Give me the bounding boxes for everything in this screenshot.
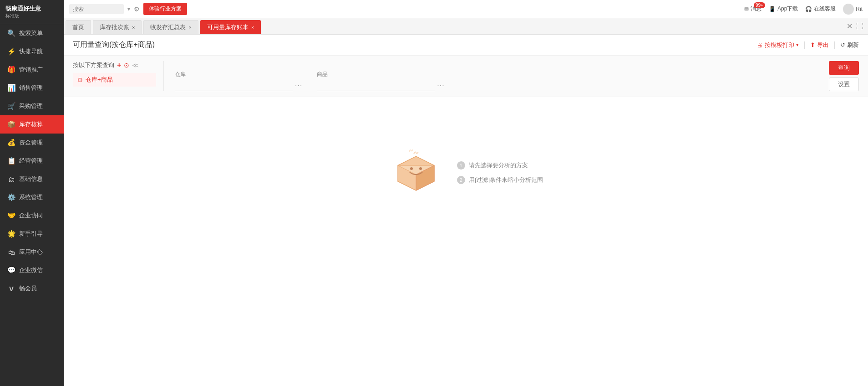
empty-illustration: [389, 143, 443, 202]
filter-header: 按以下方案查询 + ⊙ ≪: [73, 61, 156, 69]
avatar: [843, 4, 854, 15]
add-scheme-icon[interactable]: +: [117, 61, 121, 69]
trial-button[interactable]: 体验行业方案: [143, 3, 187, 15]
sidebar-item-operations[interactable]: 📋 经营管理: [0, 152, 64, 170]
product-field: 商品 ···: [317, 71, 444, 91]
tip-2-text: 用[过滤]条件来缩小分析范围: [469, 176, 543, 184]
sidebar-item-enterprise[interactable]: 🤝 企业协同: [0, 206, 64, 225]
sidebar-item-search[interactable]: 🔍 搜索菜单: [0, 24, 64, 42]
chart-icon: 📊: [7, 84, 15, 92]
sidebar-item-label: 企业协同: [19, 211, 43, 220]
sidebar-item-purchase[interactable]: 🛒 采购管理: [0, 97, 64, 115]
app-download-label: App下载: [777, 5, 798, 13]
sidebar-item-label: 采购管理: [19, 102, 43, 110]
shop-icon: 🛍: [7, 248, 15, 256]
user-name: Rit: [856, 6, 863, 12]
close-window-icon[interactable]: ✕: [847, 22, 853, 31]
collapse-icon[interactable]: ≪: [132, 62, 139, 69]
phone-icon: 📱: [769, 6, 776, 12]
sidebar-item-finance[interactable]: 💰 资金管理: [0, 134, 64, 152]
sidebar-item-label: 库存核算: [19, 120, 43, 129]
refresh-button[interactable]: ↺ 刷新: [840, 41, 859, 49]
warehouse-input[interactable]: [175, 80, 293, 91]
svg-point-3: [410, 167, 413, 170]
handshake-icon: 🤝: [7, 211, 15, 220]
user-menu[interactable]: Rit: [843, 4, 863, 15]
sidebar-item-label: 应用中心: [19, 248, 43, 256]
sidebar-item-label: 畅会员: [19, 284, 37, 293]
tab-home[interactable]: 首页: [66, 20, 91, 34]
page-actions: 🖨 按模板打印 ▾ ⬆ 导出 ↺ 刷新: [757, 41, 859, 49]
cart-icon: 🛒: [7, 102, 15, 110]
messages-badge: 99+: [754, 2, 765, 8]
refresh-label: 刷新: [847, 41, 859, 49]
tabs-end: ✕ ⛶: [842, 22, 868, 31]
app-download-button[interactable]: 📱 App下载: [769, 5, 798, 13]
column-settings-button[interactable]: 设置: [829, 77, 859, 91]
sidebar-item-sales[interactable]: 📊 销售管理: [0, 79, 64, 97]
tip-1: 1 请先选择要分析的方案: [457, 161, 543, 170]
sidebar: 畅康通好生意 标准版 🔍 搜索菜单 ⚡ 快捷导航 🎁 营销推广 📊 销售管理 🛒…: [0, 0, 64, 386]
export-label: 导出: [817, 41, 829, 49]
tab-inventory-batch-label: 库存批次账: [100, 23, 129, 31]
query-button[interactable]: 查询: [829, 61, 859, 75]
sidebar-item-inventory[interactable]: 📦 库存核算: [0, 115, 64, 134]
dropdown-arrow-icon[interactable]: ▾: [127, 6, 130, 12]
tip-1-num: 1: [457, 161, 465, 170]
sidebar-item-marketing[interactable]: 🎁 营销推广: [0, 61, 64, 79]
close-tab-icon[interactable]: ×: [132, 25, 135, 30]
sidebar-item-member[interactable]: V 畅会员: [0, 279, 64, 298]
tabs-list: 首页 库存批次账 × 收发存汇总表 × 可用量库存账本 ×: [64, 18, 842, 34]
topbar: ▾ ⚙ 体验行业方案 ✉ 消息 99+ 📱 App下载 🎧 在线客服 Rit: [64, 0, 868, 18]
online-service-button[interactable]: 🎧 在线客服: [805, 5, 836, 13]
sidebar-item-system[interactable]: ⚙️ 系统管理: [0, 188, 64, 206]
scheme-item-warehouse-product[interactable]: ⊙ 仓库+商品: [73, 73, 156, 87]
scheme-settings-icon[interactable]: ⊙: [124, 62, 129, 69]
warehouse-more-icon[interactable]: ···: [295, 82, 302, 90]
product-input[interactable]: [317, 80, 435, 91]
tab-available-stock[interactable]: 可用量库存账本 ×: [200, 20, 261, 34]
settings-icon[interactable]: ⚙: [134, 5, 140, 13]
close-tab-icon[interactable]: ×: [188, 25, 191, 30]
sidebar-item-label: 快捷导航: [19, 47, 43, 56]
sidebar-item-wechat[interactable]: 💬 企业微信: [0, 261, 64, 279]
scheme-label: 仓库+商品: [86, 76, 113, 84]
money-icon: 💰: [7, 139, 15, 147]
sidebar-item-nav[interactable]: ⚡ 快捷导航: [0, 42, 64, 61]
gear-icon: ⚙️: [7, 193, 15, 201]
sidebar-item-label: 搜索菜单: [19, 29, 43, 37]
empty-tips: 1 请先选择要分析的方案 2 用[过滤]条件来缩小分析范围: [457, 161, 543, 184]
sidebar-item-label: 销售管理: [19, 84, 43, 92]
svg-point-4: [419, 167, 422, 170]
search-input[interactable]: [69, 4, 124, 14]
sidebar-item-app-center[interactable]: 🛍 应用中心: [0, 243, 64, 261]
expand-window-icon[interactable]: ⛶: [856, 22, 863, 31]
app-name: 畅康通好生意: [5, 5, 58, 13]
page-header: 可用量查询(按仓库+商品) 🖨 按模板打印 ▾ ⬆ 导出 ↺ 刷新: [64, 35, 868, 56]
sidebar-item-label: 企业微信: [19, 266, 43, 274]
product-input-row: ···: [317, 80, 444, 91]
tab-stock-summary[interactable]: 收发存汇总表 ×: [143, 20, 198, 34]
product-more-icon[interactable]: ···: [437, 82, 444, 90]
export-button[interactable]: ⬆ 导出: [810, 41, 829, 49]
scheme-icon: ⊙: [77, 76, 83, 83]
print-icon: 🖨: [757, 41, 763, 48]
action-buttons: 查询 设置: [829, 61, 859, 91]
filter-row: 仓库 ··· 商品 ···: [175, 61, 859, 91]
tab-inventory-batch[interactable]: 库存批次账 ×: [93, 20, 142, 34]
chevron-down-icon[interactable]: ▾: [796, 42, 799, 48]
clipboard-icon: 📋: [7, 157, 15, 165]
sidebar-item-base-info[interactable]: 🗂 基础信息: [0, 170, 64, 188]
app-version: 标准版: [5, 13, 58, 19]
online-service-label: 在线客服: [814, 5, 836, 13]
page-title: 可用量查询(按仓库+商品): [73, 40, 155, 50]
empty-svg: [389, 143, 443, 193]
sidebar-item-label: 资金管理: [19, 139, 43, 147]
warehouse-field: 仓库 ···: [175, 71, 302, 91]
messages-button[interactable]: ✉ 消息 99+: [744, 5, 761, 13]
sidebar-item-guide[interactable]: 🌟 新手引导: [0, 225, 64, 243]
tab-stock-summary-label: 收发存汇总表: [150, 23, 186, 31]
print-template-button[interactable]: 🖨 按模板打印 ▾: [757, 41, 799, 49]
divider: [804, 41, 805, 49]
close-tab-icon[interactable]: ×: [251, 25, 254, 30]
